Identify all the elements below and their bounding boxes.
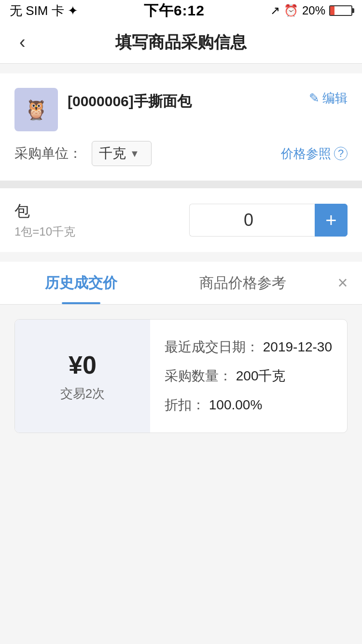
location-icon: ↗ xyxy=(270,4,280,17)
battery-percent: 20% xyxy=(302,4,325,17)
edit-button[interactable]: ✎ 编辑 xyxy=(309,88,348,109)
product-id-name: [0000006]手撕面包 xyxy=(68,92,192,112)
discount-label: 折扣： xyxy=(165,397,205,412)
discount-value: 100.00% xyxy=(209,397,263,412)
chevron-down-icon: ▼ xyxy=(130,148,139,159)
quantity-input[interactable] xyxy=(189,204,315,237)
unit-label-box: 包 1包=10千克 xyxy=(14,201,75,239)
status-right: ↗ ⏰ 20% xyxy=(270,4,352,17)
product-header: 🦉 [0000006]手撕面包 ✎ 编辑 xyxy=(14,88,348,131)
recent-date-label: 最近成交日期： xyxy=(165,339,259,354)
status-left: 无 SIM 卡 ✦ xyxy=(10,2,78,19)
product-logo-icon: 🦉 xyxy=(24,98,48,121)
plus-icon: + xyxy=(325,210,336,231)
price-ref-button[interactable]: 价格参照 ? xyxy=(281,145,348,162)
product-thumbnail: 🦉 xyxy=(14,88,58,131)
recent-date-value: 2019-12-30 xyxy=(263,339,332,354)
purchase-unit-row: 采购单位： 千克 ▼ 价格参照 ? xyxy=(14,141,348,166)
product-card: 🦉 [0000006]手撕面包 ✎ 编辑 采购单位： 千克 ▼ 价格参照 ? xyxy=(0,73,362,181)
purchase-qty-row: 采购数量： 200千克 xyxy=(165,366,333,386)
close-icon: × xyxy=(337,273,348,293)
history-detail-section: 最近成交日期： 2019-12-30 采购数量： 200千克 折扣： 100.0… xyxy=(150,320,347,433)
status-bar: 无 SIM 卡 ✦ 下午6:12 ↗ ⏰ 20% xyxy=(0,0,362,21)
unit-main-label: 包 xyxy=(14,201,75,222)
tab-close-button[interactable]: × xyxy=(323,262,362,304)
quantity-row: 包 1包=10千克 + xyxy=(0,188,362,252)
purchase-unit-label: 采购单位： xyxy=(14,144,82,163)
battery-icon xyxy=(329,5,352,16)
alarm-icon: ⏰ xyxy=(284,4,298,17)
tab-history-price-label: 历史成交价 xyxy=(45,273,117,293)
history-card: ¥0 交易2次 最近成交日期： 2019-12-30 采购数量： 200千克 折… xyxy=(14,319,348,433)
purchase-qty-value: 200千克 xyxy=(236,368,286,383)
help-circle-icon: ? xyxy=(334,147,348,160)
content-area: ¥0 交易2次 最近成交日期： 2019-12-30 采购数量： 200千克 折… xyxy=(0,305,362,644)
quantity-input-wrapper: + xyxy=(85,204,348,237)
edit-icon: ✎ xyxy=(309,91,320,106)
back-button[interactable]: ‹ xyxy=(14,27,30,57)
page-title: 填写商品采购信息 xyxy=(115,31,247,54)
tab-history-price[interactable]: 历史成交价 xyxy=(0,262,162,304)
unit-sub-label: 1包=10千克 xyxy=(14,224,75,239)
tab-product-price-ref-label: 商品价格参考 xyxy=(199,273,286,293)
purchase-qty-label: 采购数量： xyxy=(165,368,232,383)
tab-product-price-ref[interactable]: 商品价格参考 xyxy=(162,262,323,304)
edit-label: 编辑 xyxy=(322,90,348,107)
sim-signal-text: 无 SIM 卡 ✦ xyxy=(10,2,78,19)
history-txn-count: 交易2次 xyxy=(60,385,105,402)
status-time: 下午6:12 xyxy=(144,1,205,21)
nav-bar: ‹ 填写商品采购信息 xyxy=(0,21,362,64)
section-divider xyxy=(0,181,362,188)
tab-active-indicator xyxy=(62,302,100,304)
history-price-value: ¥0 xyxy=(69,350,97,379)
unit-select-value: 千克 xyxy=(99,144,126,163)
unit-select-dropdown[interactable]: 千克 ▼ xyxy=(92,141,152,166)
discount-row: 折扣： 100.00% xyxy=(165,395,333,415)
product-left: 🦉 [0000006]手撕面包 xyxy=(14,88,192,131)
recent-date-row: 最近成交日期： 2019-12-30 xyxy=(165,337,333,357)
quantity-plus-button[interactable]: + xyxy=(315,204,348,237)
tabs-container: 历史成交价 商品价格参考 × xyxy=(0,262,362,305)
history-price-section: ¥0 交易2次 xyxy=(15,320,150,433)
price-ref-label: 价格参照 xyxy=(281,145,331,162)
